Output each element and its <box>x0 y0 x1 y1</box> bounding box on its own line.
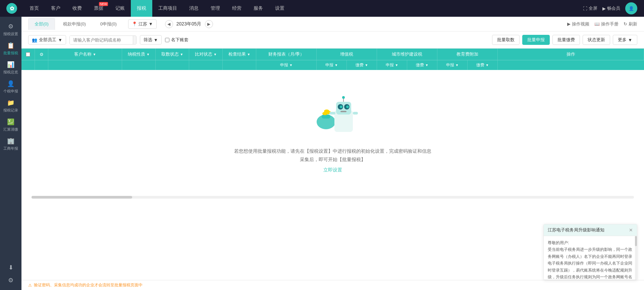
h-scrollbar-thumb[interactable] <box>32 196 132 199</box>
chevron-down-icon: ▼ <box>628 38 632 43</box>
sidebar-item-tax-records[interactable]: 📁 报税记录 <box>0 96 21 116</box>
search-button[interactable]: 🔍 <box>133 36 137 44</box>
svg-point-4 <box>324 110 329 113</box>
setup-link[interactable]: 立即设置 <box>323 167 342 173</box>
book-icon: 📖 <box>594 21 600 26</box>
sub-th-city-declare: 申报 ▼ <box>377 60 407 70</box>
svg-point-10 <box>346 105 349 108</box>
more-btn[interactable]: 更多 ▼ <box>613 35 637 45</box>
nav-manage[interactable]: 管理 <box>205 0 226 17</box>
tab-all[interactable]: 全部(0) <box>28 18 55 30</box>
member-icon: ▶ <box>602 6 606 11</box>
prev-month-btn[interactable]: ◀ <box>165 20 173 28</box>
sort-icon: ▼ <box>395 63 398 67</box>
user-avatar[interactable]: 👤 <box>625 2 637 14</box>
th-education-tax: 教育费附加 <box>437 49 498 60</box>
sidebar-item-annual-report[interactable]: 🏢 工商年报 <box>0 135 21 154</box>
sidebar-item-settlement[interactable]: 💹 汇算清缴 <box>0 116 21 135</box>
member-btn[interactable]: ▶ 畅会员 <box>602 5 620 11</box>
nav-message[interactable]: 消息 <box>183 0 205 17</box>
nav-home[interactable]: 首页 <box>23 0 45 17</box>
empty-message: 若您想使用批量报税功能，请先在【报税设置】中进行报税的初始化设置，完成密码验证和… <box>232 147 433 164</box>
employee-select[interactable]: 👥 全部员工 ▼ <box>28 35 66 45</box>
annual-report-icon: 🏢 <box>7 137 14 145</box>
sub-th-vat-declare: 申报 ▼ <box>317 60 347 70</box>
svg-point-12 <box>342 96 345 99</box>
empty-state: 若您想使用批量报税功能，请先在【报税设置】中进行报税的初始化设置，完成密码验证和… <box>21 70 644 193</box>
tax-overview-icon: 📊 <box>7 61 14 68</box>
batch-tax-icon: 📋 <box>7 42 14 49</box>
sub-th-edu-pay: 缴费 ▼ <box>468 60 498 70</box>
batch-pay-btn[interactable]: 批量缴费 <box>552 35 580 45</box>
status-update-btn[interactable]: 状态更新 <box>583 35 610 45</box>
individual-tax-icon: 👤 <box>7 80 14 87</box>
th-check-result: 检查结果 ▼ <box>223 49 256 60</box>
sort-icon: ▼ <box>425 63 429 67</box>
nav-bookkeeping[interactable]: 记账 <box>109 0 131 17</box>
manual-btn[interactable]: 📖 操作手册 <box>594 21 619 27</box>
notification-panel: 江苏电子税务局升级影响通知 ✕ 尊敬的用户:受当前电子税务局进一步升级的影响，同… <box>543 224 637 280</box>
logo[interactable]: ✿ <box>3 0 20 17</box>
search-input[interactable] <box>70 36 133 44</box>
th-city-tax: 城市维护建设税 <box>377 49 437 60</box>
select-all-checkbox[interactable] <box>26 52 30 57</box>
sidebar-download[interactable]: ⬇ <box>0 261 21 274</box>
next-month-btn[interactable]: ▶ <box>205 20 213 28</box>
nav-tax[interactable]: 报税 <box>131 0 152 17</box>
nav-industry[interactable]: 工商项目 <box>152 0 183 17</box>
chevron-down-icon: ▼ <box>154 38 158 43</box>
refresh-btn[interactable]: ↻ 刷新 <box>624 21 637 27</box>
sidebar-item-batch-tax[interactable]: 📋 批量报税 <box>0 39 21 58</box>
notification-body: 尊敬的用户:受当前电子税务局进一步升级的影响，同一个政务网账号（办税人）名下的企… <box>544 236 637 280</box>
fullscreen-icon: ⛶ <box>583 6 587 11</box>
chevron-down-icon: ▼ <box>149 21 153 26</box>
nav-operation[interactable]: 经营 <box>226 0 248 17</box>
sort-icon: ▼ <box>455 63 459 67</box>
video-tutorial-btn[interactable]: ▶ 操作视频 <box>567 21 589 27</box>
download-icon: ⬇ <box>7 264 14 271</box>
account-checkbox[interactable] <box>165 38 169 42</box>
region-selector[interactable]: 📍 江苏 ▼ <box>128 19 157 29</box>
sidebar-item-tax-overview[interactable]: 📊 报税总览 <box>0 58 21 77</box>
current-date: 2023年05月 <box>176 21 202 27</box>
th-customer-name: 客户名称 ▼ <box>48 49 122 60</box>
sidebar-item-tax-settings[interactable]: ⚙ 报税设置 <box>0 20 21 39</box>
settings-icon: ⚙ <box>7 277 14 284</box>
nav-service[interactable]: 服务 <box>248 0 269 17</box>
search-input-wrap: 🔍 <box>69 35 137 45</box>
notification-scroll-thumb[interactable] <box>635 236 637 246</box>
batch-fetch-btn[interactable]: 批量取数 <box>492 35 520 45</box>
tab-tax-declare[interactable]: 税款申报(0) <box>57 18 92 30</box>
tax-records-icon: 📁 <box>7 99 14 106</box>
sidebar-settings[interactable]: ⚙ <box>0 274 21 287</box>
sort-icon: ▼ <box>214 53 217 56</box>
nav-settings[interactable]: 设置 <box>269 0 290 17</box>
table-sub-header: 申报 ▼ 申报 ▼ 缴费 ▼ 申报 ▼ 缴费 ▼ <box>21 60 644 70</box>
tab-bar: 全部(0) 税款申报(0) 0申报(0) 📍 江苏 ▼ ◀ 2023年05月 ▶ <box>21 17 644 31</box>
nav-fee[interactable]: 收费 <box>66 0 88 17</box>
notification-close-btn[interactable]: ✕ <box>629 227 633 233</box>
sub-th-financial-declare: 申报 ▼ <box>256 60 317 70</box>
refresh-icon: ↻ <box>624 21 627 26</box>
new-badge: NEW <box>99 2 108 6</box>
sidebar-item-individual-tax[interactable]: 👤 个税申报 <box>0 77 21 96</box>
th-gear[interactable]: ⚙ <box>35 49 48 60</box>
account-checkbox-wrap: 名下账套 <box>165 37 189 43</box>
batch-declare-btn[interactable]: 批量申报 <box>522 35 550 45</box>
th-operations: 操作 <box>498 49 644 60</box>
play-icon: ▶ <box>567 21 571 26</box>
notification-scrollbar[interactable] <box>635 236 637 280</box>
th-checkbox[interactable] <box>21 49 35 60</box>
sort-icon: ▼ <box>365 63 368 67</box>
nav-invoice[interactable]: 票据 NEW <box>88 0 109 17</box>
h-scrollbar[interactable] <box>32 196 634 199</box>
svg-rect-14 <box>329 112 335 115</box>
nav-customer[interactable]: 客户 <box>45 0 66 17</box>
th-tax-nature: 纳税性质 ▼ <box>122 49 156 60</box>
fullscreen-btn[interactable]: ⛶ 全屏 <box>583 5 597 11</box>
filter-btn[interactable]: 筛选 ▼ <box>140 35 162 45</box>
settlement-icon: 💹 <box>7 118 14 126</box>
th-fetch-status: 取数状态 ▼ <box>156 49 189 60</box>
logo-icon: ✿ <box>6 3 17 14</box>
tab-zero-declare[interactable]: 0申报(0) <box>94 18 123 30</box>
